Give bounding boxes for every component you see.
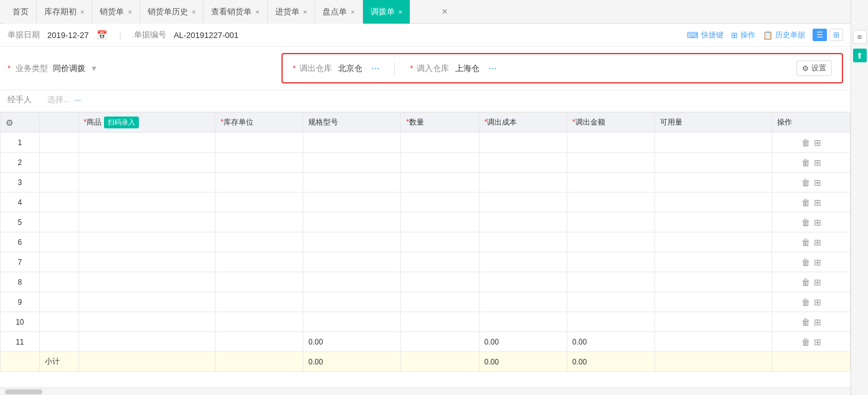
table-row: 2🗑⊞ — [1, 153, 851, 173]
in-warehouse-value[interactable]: 上海仓 — [455, 63, 479, 74]
tab-bar: 首页 库存期初 × 销货单 × 销货单历史 × 查看销货单 × 进货单 × 盘点… — [0, 0, 868, 24]
business-type-value[interactable]: 同价调拨 — [53, 63, 85, 74]
scan-button[interactable]: 扫码录入 — [104, 117, 139, 128]
in-warehouse-more-icon[interactable]: ··· — [488, 63, 496, 74]
copy-row-icon[interactable]: ⊞ — [814, 138, 821, 148]
form-section-2: 经手人 选择... ··· — [0, 90, 851, 112]
th-available: 可用量 — [655, 113, 772, 133]
copy-row-icon[interactable]: ⊞ — [814, 317, 821, 327]
tab-view-sales[interactable]: 查看销货单 × — [204, 0, 267, 24]
copy-row-icon[interactable]: ⊞ — [814, 237, 821, 247]
delete-row-icon[interactable]: 🗑 — [801, 337, 810, 347]
table-body: 1🗑⊞ 2🗑⊞ 3🗑⊞ 4🗑⊞ 5🗑⊞ 6🗑⊞ 7🗑⊞ 8🗑⊞ 9🗑⊞ 10🗑⊞… — [1, 133, 851, 372]
scroll-thumb[interactable] — [5, 389, 42, 394]
tab-inventory-init[interactable]: 库存期初 × — [37, 0, 92, 24]
horizontal-scrollbar[interactable] — [0, 388, 851, 395]
delete-row-icon[interactable]: 🗑 — [801, 158, 810, 168]
list-view-button[interactable]: ☰ — [813, 29, 827, 41]
out-warehouse-value[interactable]: 北京仓 — [338, 63, 362, 74]
close-tab-inventory-init[interactable]: × — [80, 8, 84, 16]
close-tab-view-sales[interactable]: × — [255, 8, 259, 16]
out-warehouse-more-icon[interactable]: ··· — [371, 63, 379, 74]
copy-row-icon[interactable]: ⊞ — [814, 178, 821, 188]
business-type-dropdown-icon[interactable]: ▼ — [90, 64, 98, 73]
tab-sales-order[interactable]: 销货单 × — [92, 0, 139, 24]
toolbar-right: ⌨ 快捷键 ⊞ 操作 📋 历史单据 ☰ ⊞ — [687, 29, 843, 41]
table-row: 5🗑⊞ — [1, 212, 851, 232]
in-warehouse-label: 调入仓库 — [417, 63, 449, 74]
copy-row-icon[interactable]: ⊞ — [814, 198, 821, 207]
date-label: 单据日期 — [7, 29, 40, 40]
tab-purchase-order[interactable]: 进货单 × — [268, 0, 315, 24]
calendar-icon[interactable]: 📅 — [97, 30, 107, 40]
subtotal-amount-display: 0.00 — [567, 352, 654, 372]
warehouse-divider — [394, 62, 395, 75]
th-settings[interactable]: ⚙ — [1, 113, 40, 133]
subtotal-qty-display: 0.00 — [303, 352, 401, 372]
th-unit: *库存单位 — [215, 113, 303, 133]
out-warehouse-label: 调出仓库 — [300, 63, 332, 74]
doc-no-label: 单据编号 — [134, 29, 166, 40]
th-spec: 规格型号 — [303, 113, 401, 133]
subtotal-qty: 0.00 — [303, 332, 401, 352]
copy-row-icon[interactable]: ⊞ — [814, 297, 821, 307]
delete-row-icon[interactable]: 🗑 — [801, 138, 810, 148]
delete-row-icon[interactable]: 🗑 — [801, 217, 810, 227]
copy-row-icon[interactable]: ⊞ — [814, 217, 821, 227]
shortcuts-button[interactable]: ⌨ 快捷键 — [687, 30, 724, 40]
subtotal-amount: 0.00 — [567, 332, 654, 352]
delete-row-icon[interactable]: 🗑 — [801, 277, 810, 287]
subtotal-cost-display: 0.00 — [479, 352, 567, 372]
delete-row-icon[interactable]: 🗑 — [801, 237, 810, 247]
operations-icon: ⊞ — [731, 31, 738, 40]
out-warehouse-field: * 调出仓库 北京仓 ··· — [293, 63, 379, 74]
th-qty: *数量 — [401, 113, 479, 133]
tab-sales-history[interactable]: 销货单历史 × — [140, 0, 204, 24]
close-tab-sales-history[interactable]: × — [192, 8, 196, 16]
table-row: 3🗑⊞ — [1, 173, 851, 193]
close-tab-purchase-order[interactable]: × — [303, 8, 307, 16]
th-product: *商品 扫码录入 — [78, 113, 215, 133]
copy-row-icon[interactable]: ⊞ — [814, 158, 821, 168]
settings-button[interactable]: ⚙ 设置 — [796, 60, 832, 76]
th-amount: *调出金额 — [567, 113, 654, 133]
subtotal-label: 小计 — [39, 352, 78, 372]
subtotal-row: 11 0.00 0.00 0.00 🗑⊞ — [1, 332, 851, 352]
right-sidebar: ≡ ⬆ — [851, 0, 868, 395]
sidebar-notes-icon[interactable]: ≡ — [853, 30, 867, 44]
tab-home[interactable]: 首页 — [5, 0, 37, 24]
column-settings-icon[interactable]: ⚙ — [6, 118, 14, 128]
history-button[interactable]: 📋 历史单据 — [763, 30, 805, 40]
date-value: 2019-12-27 — [47, 31, 89, 40]
copy-row-icon[interactable]: ⊞ — [814, 277, 821, 287]
operator-more-icon[interactable]: ··· — [74, 95, 82, 105]
doc-no-value: AL-20191227-001 — [174, 31, 238, 40]
tab-transfer[interactable]: 调拨单 × — [363, 0, 410, 24]
table-container: ⚙ *商品 扫码录入 *库存单位 规格型号 *数量 *调出成本 *调出金额 可用… — [0, 112, 851, 388]
sidebar-expand-icon[interactable]: ⬆ — [853, 49, 867, 62]
close-tab-transfer[interactable]: × — [399, 8, 402, 16]
table-row: 6🗑⊞ — [1, 232, 851, 252]
operator-input[interactable]: 选择... — [47, 94, 70, 105]
delete-row-icon[interactable]: 🗑 — [801, 198, 810, 207]
th-cost: *调出成本 — [479, 113, 567, 133]
delete-row-icon[interactable]: 🗑 — [801, 257, 810, 267]
delete-row-icon[interactable]: 🗑 — [801, 297, 810, 307]
delete-row-icon[interactable]: 🗑 — [801, 178, 810, 188]
delete-row-icon[interactable]: 🗑 — [801, 317, 810, 327]
transfer-table: ⚙ *商品 扫码录入 *库存单位 规格型号 *数量 *调出成本 *调出金额 可用… — [0, 112, 851, 372]
close-all-tabs-button[interactable]: × — [435, 0, 454, 24]
cell-rownum: 1 — [1, 133, 40, 153]
history-icon: 📋 — [763, 31, 773, 40]
copy-row-icon[interactable]: ⊞ — [814, 337, 821, 347]
tab-stocktake[interactable]: 盘点单 × — [315, 0, 362, 24]
view-toggle: ☰ ⊞ — [813, 29, 843, 41]
table-row: 4🗑⊞ — [1, 193, 851, 212]
close-tab-stocktake[interactable]: × — [351, 8, 354, 16]
copy-row-icon[interactable]: ⊞ — [814, 257, 821, 267]
close-tab-sales-order[interactable]: × — [128, 8, 131, 16]
table-row: 1🗑⊞ — [1, 133, 851, 153]
subtotal-label-row: 小计 0.00 0.00 0.00 — [1, 352, 851, 372]
operations-button[interactable]: ⊞ 操作 — [731, 30, 755, 40]
grid-view-button[interactable]: ⊞ — [829, 29, 843, 41]
